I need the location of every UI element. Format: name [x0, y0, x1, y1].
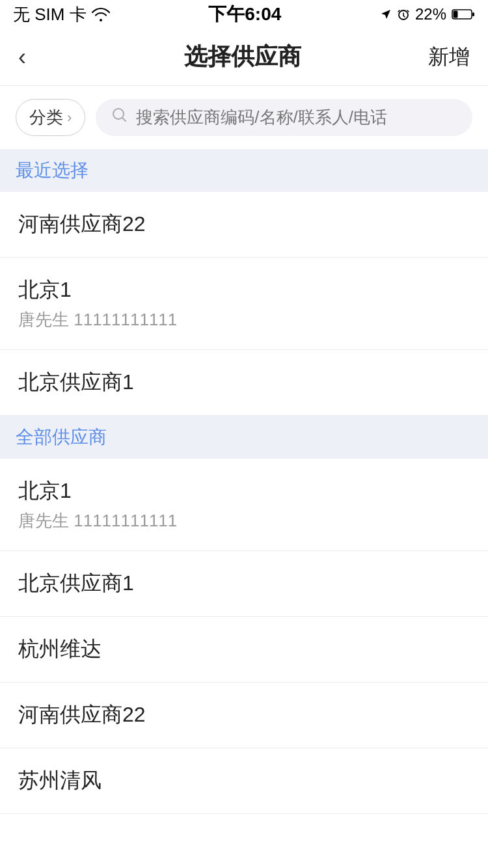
item-name: 北京供应商1: [18, 569, 472, 598]
recent-section-label: 最近选择: [16, 160, 88, 180]
list-item[interactable]: 北京1唐先生 11111111111: [0, 258, 488, 350]
category-label: 分类: [29, 106, 63, 129]
item-name: 杭州维达: [18, 635, 472, 664]
item-name: 北京1: [18, 477, 472, 506]
item-name: 河南供应商22: [18, 210, 472, 239]
filter-row: 分类 ›: [0, 86, 488, 149]
search-input[interactable]: [136, 107, 457, 128]
status-time: 下午6:04: [208, 2, 281, 27]
item-name: 北京供应商1: [18, 368, 472, 397]
list-item[interactable]: 河南供应商22: [0, 683, 488, 748]
list-item[interactable]: 杭州维达: [0, 617, 488, 683]
all-list: 北京1唐先生 11111111111北京供应商1杭州维达河南供应商22苏州清风: [0, 459, 488, 814]
location-icon: [380, 8, 392, 20]
svg-rect-3: [453, 11, 457, 18]
status-bar: 无 SIM 卡 下午6:04 22%: [0, 0, 488, 29]
list-item[interactable]: 北京1唐先生 11111111111: [0, 459, 488, 551]
list-item[interactable]: 苏州清风: [0, 748, 488, 814]
back-button[interactable]: ‹: [18, 44, 57, 71]
sim-label: 无 SIM 卡: [13, 3, 87, 26]
battery-icon: [452, 8, 475, 20]
status-left: 无 SIM 卡: [13, 3, 110, 26]
item-name: 北京1: [18, 276, 472, 305]
recent-section-header: 最近选择: [0, 149, 488, 192]
search-box: [96, 99, 472, 136]
chevron-right-icon: ›: [67, 109, 72, 126]
page-title: 选择供应商: [184, 41, 301, 73]
nav-bar: ‹ 选择供应商 新增: [0, 29, 488, 86]
add-button[interactable]: 新增: [428, 43, 470, 72]
svg-rect-2: [472, 12, 474, 16]
all-section-label: 全部供应商: [16, 427, 107, 447]
item-name: 苏州清风: [18, 766, 472, 795]
recent-list: 河南供应商22北京1唐先生 11111111111北京供应商1: [0, 192, 488, 416]
item-sub: 唐先生 11111111111: [18, 509, 472, 532]
battery-percent: 22%: [415, 5, 446, 23]
list-item[interactable]: 北京供应商1: [0, 350, 488, 416]
search-icon: [111, 107, 128, 128]
status-right: 22%: [380, 5, 475, 23]
list-item[interactable]: 河南供应商22: [0, 192, 488, 258]
category-button[interactable]: 分类 ›: [16, 99, 85, 136]
list-item[interactable]: 北京供应商1: [0, 551, 488, 617]
all-section-header: 全部供应商: [0, 416, 488, 459]
item-name: 河南供应商22: [18, 701, 472, 729]
wifi-icon: [92, 7, 110, 21]
alarm-icon: [397, 8, 410, 21]
item-sub: 唐先生 11111111111: [18, 308, 472, 331]
